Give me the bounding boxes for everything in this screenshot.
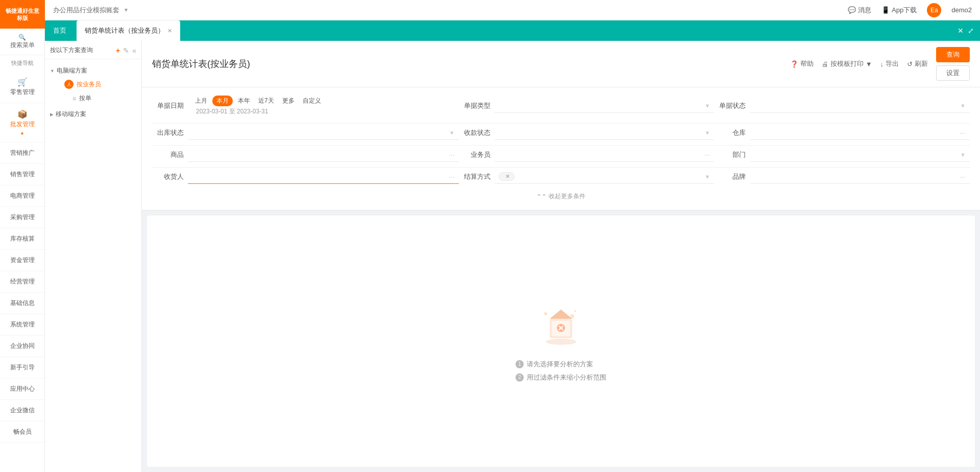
- document-dropdown-arrow[interactable]: ▼: [124, 7, 129, 13]
- left-panel-icons: + ✎ «: [116, 46, 136, 55]
- desktop-scheme-label: 电脑端方案: [57, 66, 87, 75]
- brand-input[interactable]: ···: [750, 170, 970, 184]
- settings-button[interactable]: 设置: [936, 65, 970, 81]
- out-status-dropdown-icon[interactable]: ▼: [449, 130, 455, 136]
- doc-type-dropdown-icon[interactable]: ▼: [704, 103, 710, 109]
- page-header: 销货单统计表(按业务员) ❓ 帮助 🖨 按模板打印 ▼ ↓ 导出: [142, 41, 980, 87]
- sidebar-item-basic[interactable]: 基础信息: [0, 293, 44, 314]
- filter-goods-item: 商品 ···: [152, 148, 459, 162]
- scheme-item-by-salesperson[interactable]: 人 按业务员: [50, 77, 136, 91]
- filter-department-item: 部门 ▼: [714, 148, 970, 162]
- sidebar-item-newbie[interactable]: 新手引导: [0, 357, 44, 379]
- export-icon: ↓: [880, 60, 884, 68]
- search-menu[interactable]: 🔍 搜索菜单: [0, 29, 44, 55]
- page-title: 销货单统计表(按业务员): [152, 58, 250, 70]
- app-logo[interactable]: 畅捷通好生意 标版: [0, 0, 45, 29]
- home-tab-label: 首页: [53, 26, 66, 35]
- out-status-input[interactable]: ▼: [188, 126, 459, 140]
- message-button[interactable]: 💬 消息: [848, 6, 871, 15]
- header-left: 办公用品行业模拟账套 ▼: [53, 6, 129, 15]
- sidebar-item-wholesale[interactable]: 📦 批发管理 ▲: [0, 103, 44, 143]
- print-dropdown-arrow[interactable]: ▼: [866, 60, 872, 68]
- filter-doc-status-item: 单据状态 ▼: [714, 99, 970, 113]
- sidebar-item-collab[interactable]: 企业协同: [0, 336, 44, 357]
- help-icon: ❓: [790, 60, 798, 68]
- receiver-dots-icon[interactable]: ···: [449, 173, 455, 181]
- date-this-year[interactable]: 本年: [235, 96, 253, 106]
- date-last-month[interactable]: 上月: [192, 96, 210, 106]
- sidebar-item-retail[interactable]: 🛒 零售管理: [0, 71, 44, 103]
- out-status-label: 出库状态: [152, 128, 188, 137]
- refresh-button[interactable]: ↺ 刷新: [907, 59, 928, 68]
- receiver-input[interactable]: ···: [188, 170, 459, 184]
- date-custom[interactable]: 自定义: [300, 96, 324, 106]
- mobile-scheme-item[interactable]: ▶ 移动端方案: [45, 107, 141, 121]
- settlement-input[interactable]: ✕ ▼: [495, 170, 715, 184]
- collapse-bar[interactable]: ⌃⌃ 收起更多条件: [152, 189, 970, 204]
- user-name[interactable]: demo2: [951, 6, 972, 14]
- tab-close-icon[interactable]: ✕: [167, 28, 172, 34]
- filter-warehouse-item: 仓库 ···: [714, 126, 970, 140]
- settlement-dropdown-icon[interactable]: ▼: [704, 174, 710, 180]
- doc-status-dropdown-icon[interactable]: ▼: [960, 103, 966, 109]
- department-input[interactable]: ▼: [750, 148, 970, 162]
- sidebar-item-sales[interactable]: 销售管理: [0, 164, 44, 185]
- app-download-button[interactable]: 📱 App下载: [881, 6, 917, 15]
- avatar[interactable]: Ea: [927, 3, 941, 17]
- sidebar-item-purchase[interactable]: 采购管理: [0, 207, 44, 228]
- sidebar-item-marketing[interactable]: 营销推广: [0, 143, 44, 164]
- date-last-7[interactable]: 近7天: [255, 96, 277, 106]
- tab-home[interactable]: 首页: [45, 20, 75, 41]
- svg-marker-3: [550, 310, 572, 319]
- sidebar-item-system[interactable]: 系统管理: [0, 314, 44, 336]
- refresh-icon: ↺: [907, 60, 913, 68]
- department-dropdown-icon[interactable]: ▼: [960, 152, 966, 158]
- brand-dots-icon[interactable]: ···: [960, 173, 966, 181]
- warehouse-dots-icon[interactable]: ···: [960, 129, 966, 137]
- mobile-scheme-label: 移动端方案: [56, 110, 86, 119]
- export-button[interactable]: ↓ 导出: [880, 59, 899, 68]
- filter-area: 单据日期 上月 本月 本年 近7天 更多 自定义 2023-03-01 至 20…: [142, 87, 980, 210]
- query-button[interactable]: 查询: [936, 47, 970, 62]
- warehouse-input[interactable]: ···: [750, 126, 970, 140]
- filter-brand-item: 品牌 ···: [714, 170, 970, 184]
- date-more[interactable]: 更多: [279, 96, 298, 106]
- tab-close-window-icon[interactable]: ✕: [958, 27, 964, 35]
- payment-status-input[interactable]: ▼: [495, 126, 715, 140]
- add-scheme-icon[interactable]: +: [116, 46, 120, 55]
- doc-type-input[interactable]: ▼: [495, 99, 715, 113]
- sidebar-item-finance[interactable]: 资金管理: [0, 250, 44, 271]
- sidebar-item-ecommerce[interactable]: 电商管理: [0, 185, 44, 207]
- salesperson-label: 业务员: [459, 150, 495, 159]
- tab-maximize-icon[interactable]: ⤢: [968, 27, 974, 35]
- goods-dots-icon[interactable]: ···: [449, 151, 455, 159]
- template-print-button[interactable]: 🖨 按模板打印 ▼: [822, 59, 872, 68]
- filter-salesperson-item: 业务员 ···: [459, 148, 715, 162]
- sidebar-item-wechat[interactable]: 企业微信: [0, 400, 44, 421]
- settlement-label: 结算方式: [459, 172, 495, 181]
- date-this-month[interactable]: 本月: [212, 96, 233, 106]
- doc-status-input[interactable]: ▼: [750, 99, 970, 113]
- shortcut-nav[interactable]: 快捷导航: [11, 55, 34, 71]
- salesperson-input[interactable]: ···: [495, 148, 715, 162]
- goods-input[interactable]: ···: [188, 148, 459, 162]
- empty-state: 1 请先选择要分析的方案 2 用过滤条件来缩小分析范围: [147, 216, 975, 467]
- empty-step-1: 1 请先选择要分析的方案: [516, 358, 606, 371]
- doc-status-label: 单据状态: [714, 101, 750, 110]
- sidebar-item-operation[interactable]: 经营管理: [0, 271, 44, 293]
- settlement-clear-icon[interactable]: ✕: [505, 173, 510, 180]
- scheme-item-by-order[interactable]: ≡ 按单: [50, 91, 136, 105]
- tab-sales-stat[interactable]: 销货单统计表（按业务员） ✕: [77, 20, 180, 41]
- edit-scheme-icon[interactable]: ✎: [123, 46, 129, 55]
- filter-row-4: 收货人 ··· 结算方式 ✕ ▼: [152, 170, 970, 184]
- sidebar-item-appstore[interactable]: 应用中心: [0, 379, 44, 400]
- svg-point-9: [570, 314, 574, 318]
- collapse-panel-icon[interactable]: «: [132, 46, 136, 55]
- desktop-scheme-header[interactable]: ▼ 电脑端方案: [50, 64, 136, 77]
- sidebar-item-member[interactable]: 畅会员: [0, 421, 44, 443]
- sidebar-item-inventory[interactable]: 库存核算: [0, 228, 44, 250]
- payment-status-dropdown-icon[interactable]: ▼: [704, 130, 710, 136]
- filter-settlement-item: 结算方式 ✕ ▼: [459, 170, 715, 184]
- salesperson-dots-icon[interactable]: ···: [704, 151, 710, 159]
- help-button[interactable]: ❓ 帮助: [790, 59, 814, 68]
